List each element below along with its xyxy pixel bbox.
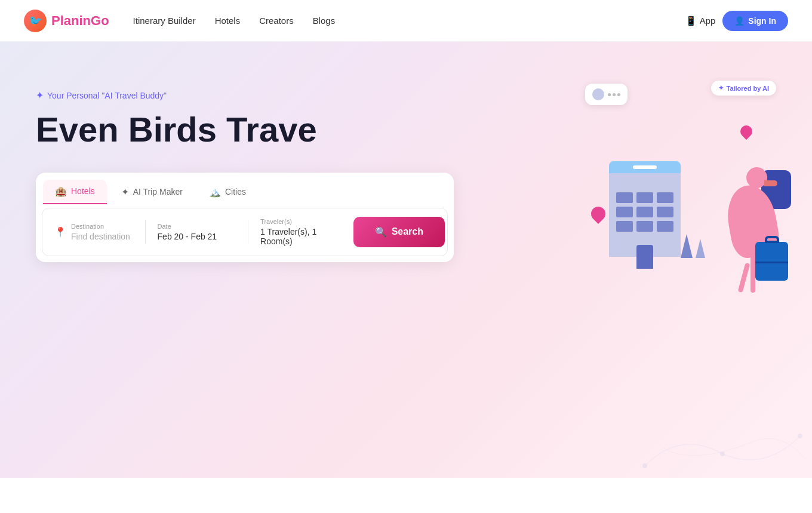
ai-badge-text: Tailored by AI <box>726 85 769 92</box>
tab-cities-label: Cities <box>225 187 246 196</box>
user-icon: 👤 <box>734 16 745 26</box>
date-value: Feb 20 - Feb 21 <box>158 232 236 241</box>
flamingo-beak <box>764 180 777 186</box>
ai-trip-icon: ✦ <box>121 186 129 198</box>
dot-1 <box>608 93 611 96</box>
hotel-icon: 🏨 <box>55 186 67 197</box>
flamingo-leg-2 <box>738 263 751 293</box>
suitcase-stripe <box>755 262 788 263</box>
window <box>636 207 653 217</box>
travelers-field[interactable]: Traveler(s) 1 Traveler(s), 1 Room(s) <box>248 208 351 256</box>
tab-hotels[interactable]: 🏨 Hotels <box>43 180 107 204</box>
svg-point-0 <box>642 463 647 468</box>
nav-itinerary-builder[interactable]: Itinerary Builder <box>133 16 196 26</box>
chat-dots <box>608 93 620 96</box>
location-icon: 📍 <box>54 226 66 238</box>
tab-hotels-label: Hotels <box>71 186 95 196</box>
main-nav: Itinerary Builder Hotels Creators Blogs <box>133 16 336 26</box>
dot-3 <box>617 93 620 96</box>
hero-tag-text: Your Personal "AI Travel Buddy" <box>47 91 167 100</box>
window <box>616 221 633 232</box>
logo-text: PlaninGo <box>51 13 109 29</box>
logo-accent: Go <box>91 13 109 28</box>
search-bar: 📍 Destination Find destination Date Feb … <box>42 208 448 256</box>
destination-field[interactable]: 📍 Destination Find destination <box>42 213 145 251</box>
logo-plain: Planin <box>51 13 91 28</box>
map-decoration <box>633 418 812 478</box>
travelers-label: Traveler(s) <box>260 218 339 225</box>
mountain-icon: 🏔️ <box>209 186 221 198</box>
window <box>636 192 653 203</box>
nav-creators[interactable]: Creators <box>259 16 294 26</box>
nav-blogs[interactable]: Blogs <box>313 16 336 26</box>
window <box>616 192 633 203</box>
phone-icon: 📱 <box>685 16 697 26</box>
search-btn-label: Search <box>392 226 423 237</box>
flamingo-leg-1 <box>751 254 755 293</box>
search-button[interactable]: 🔍 Search <box>353 217 445 247</box>
date-field[interactable]: Date Feb 20 - Feb 21 <box>146 213 248 251</box>
nav-hotels[interactable]: Hotels <box>215 16 241 26</box>
logo[interactable]: 🐦 PlaninGo <box>24 10 109 32</box>
star-icon: ✦ <box>718 84 724 92</box>
bottom-section: I'm Quite a Traveler Myself and Know the… <box>0 478 812 513</box>
sign-in-button[interactable]: 👤 Sign In <box>722 11 788 31</box>
travelers-value: 1 Traveler(s), 1 Room(s) <box>260 227 339 246</box>
chat-bubble <box>585 84 628 105</box>
window <box>616 207 633 217</box>
hero-title: Even Birds Trave <box>36 110 454 149</box>
header-right: 📱 App 👤 Sign In <box>685 11 788 31</box>
hero-section: ✦ Your Personal "AI Travel Buddy" Even B… <box>0 42 812 478</box>
tab-cities[interactable]: 🏔️ Cities <box>197 180 258 204</box>
location-pin-1 <box>588 204 608 224</box>
suitcase-handle <box>765 236 779 243</box>
destination-label: Destination <box>71 223 130 230</box>
flamingo <box>669 125 788 293</box>
dot-2 <box>613 93 616 96</box>
search-tabs: 🏨 Hotels ✦ AI Trip Maker 🏔️ Cities <box>39 176 450 204</box>
header: 🐦 PlaninGo Itinerary Builder Hotels Crea… <box>0 0 812 42</box>
user-avatar <box>592 88 604 100</box>
suitcase <box>755 242 788 281</box>
svg-point-2 <box>798 434 802 438</box>
hero-tag: ✦ Your Personal "AI Travel Buddy" <box>36 90 167 101</box>
building-door <box>636 245 653 269</box>
roof-detail <box>633 165 657 169</box>
app-button[interactable]: 📱 App <box>685 16 716 26</box>
destination-placeholder: Find destination <box>71 232 130 241</box>
hero-illustration: ✦ Tailored by AI <box>585 78 788 293</box>
date-label: Date <box>158 223 236 230</box>
logo-icon: 🐦 <box>24 10 47 32</box>
window <box>636 221 653 232</box>
app-label: App <box>700 16 716 26</box>
search-container: 🏨 Hotels ✦ AI Trip Maker 🏔️ Cities 📍 <box>36 173 454 262</box>
sparkle-icon: ✦ <box>36 90 44 101</box>
header-left: 🐦 PlaninGo Itinerary Builder Hotels Crea… <box>24 10 335 32</box>
ai-badge: ✦ Tailored by AI <box>711 81 776 96</box>
search-icon: 🔍 <box>375 226 387 238</box>
tab-ai-label: AI Trip Maker <box>133 187 183 196</box>
tab-ai-trip-maker[interactable]: ✦ AI Trip Maker <box>109 180 195 204</box>
sign-in-label: Sign In <box>748 16 776 26</box>
hero-content: ✦ Your Personal "AI Travel Buddy" Even B… <box>36 90 454 262</box>
